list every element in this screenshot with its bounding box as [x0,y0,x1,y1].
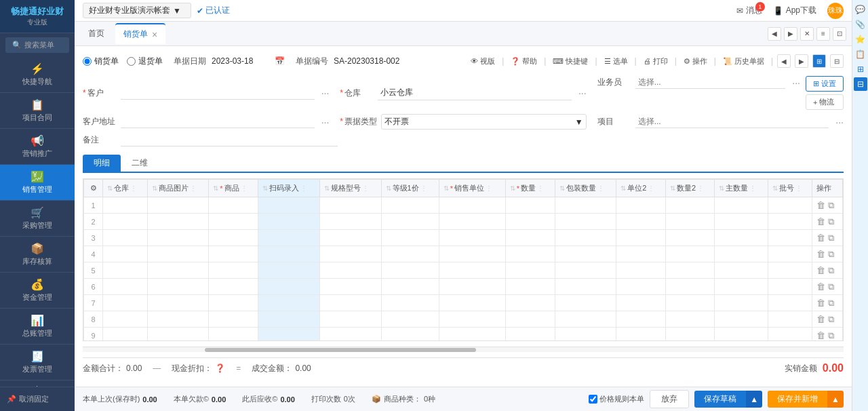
sidebar-item-marketing[interactable]: 📢 营销推广 [0,129,75,165]
cell-unit2[interactable] [616,214,666,230]
quick-btn-msg[interactable]: 💬 [854,3,867,16]
cell-unit2[interactable] [616,295,666,311]
row-copy-btn[interactable]: ⧉ [828,298,834,309]
cell-pack-qty[interactable] [555,279,616,295]
view-prev-btn[interactable]: ◀ [777,54,791,68]
sidebar-item-tax[interactable]: 🏛 税务管理 [0,380,75,387]
print-btn[interactable]: 🖨 打印 [641,55,671,68]
date-input[interactable] [212,56,269,66]
cell-quantity[interactable] [505,328,555,342]
cell-product-img[interactable] [147,328,209,342]
version-btn[interactable]: 👁 视版 [468,55,498,68]
cell-warehouse[interactable] [103,328,148,342]
row-delete-btn[interactable]: 🗑 [816,265,825,275]
cell-warehouse[interactable] [103,214,148,230]
cell-pack-qty[interactable] [555,230,616,246]
cell-qty2[interactable] [665,279,715,295]
cell-sale-unit[interactable] [439,197,505,214]
cell-price1[interactable] [381,279,439,295]
cell-product[interactable] [209,279,258,295]
cell-qty2[interactable] [665,311,715,328]
address-input[interactable] [121,115,315,128]
tab-close-button[interactable]: × [152,30,157,39]
sidebar-bottom-item[interactable]: 📌 取消固定 [4,391,71,407]
cell-scan-import[interactable] [258,262,320,279]
cell-batch[interactable] [768,246,812,262]
scrollbar-thumb[interactable] [205,348,476,352]
cell-pack-qty[interactable] [555,214,616,230]
tab-close-all-button[interactable]: ✕ [800,27,814,41]
abandon-button[interactable]: 放弃 [650,390,689,408]
cell-warehouse[interactable] [103,295,148,311]
cell-price1[interactable] [381,295,439,311]
cell-warehouse[interactable] [103,246,148,262]
row-copy-btn[interactable]: ⧉ [828,265,834,276]
cell-warehouse[interactable] [103,311,148,328]
sidebar-item-accounts[interactable]: 📊 总账管理 [0,309,75,345]
cell-sale-unit[interactable] [439,230,505,246]
quick-btn-active[interactable]: ⊟ [854,77,867,91]
cell-spec[interactable] [319,311,381,328]
cell-main-qty[interactable] [715,295,768,311]
cell-scan-import[interactable] [258,230,320,246]
cell-price1[interactable] [381,230,439,246]
cell-price1[interactable] [381,311,439,328]
cell-pack-qty[interactable] [555,311,616,328]
radio-sale-input[interactable] [83,57,92,66]
cell-batch[interactable] [768,279,812,295]
row-delete-btn[interactable]: 🗑 [816,249,825,259]
cell-product[interactable] [209,246,258,262]
cell-unit2[interactable] [616,279,666,295]
sidebar-item-sales[interactable]: 💹 销售管理 [0,165,75,201]
sidebar-item-quick-nav[interactable]: ⚡ 快捷导航 [0,57,75,93]
salesperson-input[interactable] [635,76,786,89]
cell-qty2[interactable] [665,295,715,311]
view-next-btn[interactable]: ▶ [795,54,808,68]
cell-pack-qty[interactable] [555,295,616,311]
set-button[interactable]: ⊞ 设置 [806,76,844,92]
project-dots[interactable]: ··· [835,117,844,128]
cell-main-qty[interactable] [715,311,768,328]
cell-product-img[interactable] [147,214,209,230]
sidebar-item-project[interactable]: 📋 项目合同 [0,93,75,129]
cell-pack-qty[interactable] [555,197,616,214]
cell-unit2[interactable] [616,262,666,279]
cell-warehouse[interactable] [103,230,148,246]
view-grid1-btn[interactable]: ⊞ [812,54,826,68]
cell-warehouse[interactable] [103,279,148,295]
tab-next-button[interactable]: ▶ [784,27,797,41]
cell-scan-import[interactable] [258,246,320,262]
cell-batch[interactable] [768,262,812,279]
user-action[interactable]: 珠珠 [827,3,844,19]
cell-product[interactable] [209,214,258,230]
cell-quantity[interactable] [505,262,555,279]
cell-batch[interactable] [768,230,812,246]
row-delete-btn[interactable]: 🗑 [816,298,825,308]
cell-quantity[interactable] [505,197,555,214]
cell-sale-unit[interactable] [439,262,505,279]
row-delete-btn[interactable]: 🗑 [816,216,825,227]
salesperson-dots[interactable]: ··· [792,77,800,88]
cell-spec[interactable] [319,214,381,230]
cell-quantity[interactable] [505,295,555,311]
cell-unit2[interactable] [616,230,666,246]
sidebar-search-area[interactable]: 🔍 搜索菜单 [0,33,75,57]
cell-sale-unit[interactable] [439,295,505,311]
cell-spec[interactable] [319,279,381,295]
cell-product-img[interactable] [147,279,209,295]
view-grid2-btn[interactable]: ⊟ [830,54,844,68]
cell-price1[interactable] [381,214,439,230]
save-new-button[interactable]: 保存并新增 [768,391,827,408]
cell-product-img[interactable] [147,230,209,246]
cell-unit2[interactable] [616,246,666,262]
customer-input[interactable] [121,87,315,100]
cell-qty2[interactable] [665,197,715,214]
app-download-action[interactable]: 📱 App下载 [773,5,816,16]
cell-quantity[interactable] [505,311,555,328]
cell-product-img[interactable] [147,295,209,311]
search-button[interactable]: 🔍 搜索菜单 [5,37,69,53]
cell-product-img[interactable] [147,311,209,328]
invoice-select[interactable]: 不开票 ▼ [381,114,587,130]
row-copy-btn[interactable]: ⧉ [828,330,834,341]
cell-main-qty[interactable] [715,328,768,342]
